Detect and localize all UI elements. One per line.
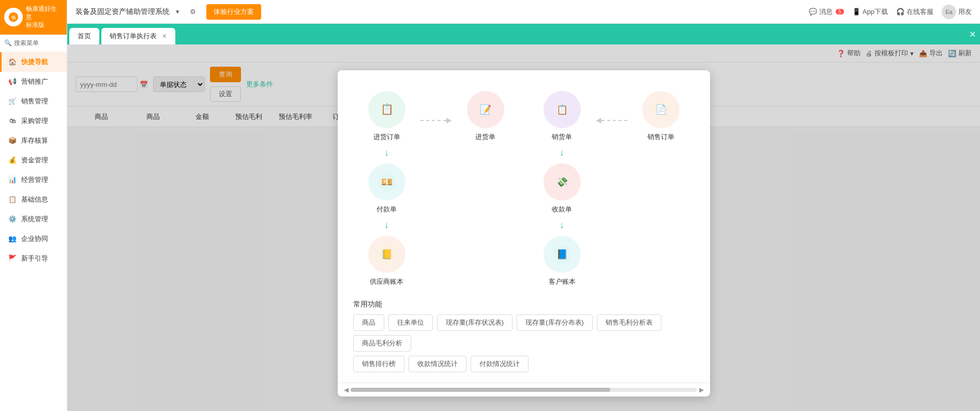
sales-order-icon: 📄 xyxy=(642,91,680,128)
sidebar-nav: 🏠 快捷导航 📢 营销推广 🛒 销售管理 🛍 采购管理 📦 库存核算 💰 xyxy=(0,52,67,411)
online-service-btn[interactable]: 🎧 在线客服 xyxy=(896,7,933,17)
svg-text:📒: 📒 xyxy=(381,249,393,260)
logo-icon: 畅 xyxy=(4,8,23,26)
sidebar-search[interactable]: 🔍 搜索菜单 xyxy=(0,35,67,52)
arrow-down-4: ↓ xyxy=(560,220,564,230)
func-btn-stock-dist[interactable]: 现存量(库存分布表) xyxy=(517,314,593,331)
download-icon: 📱 xyxy=(852,8,861,16)
flag-icon: 🚩 xyxy=(8,254,17,263)
sidebar-item-operation[interactable]: 📊 经营管理 xyxy=(0,170,67,190)
system-dropdown[interactable]: ▾ xyxy=(176,8,179,16)
purchase-bill-icon: 📝 xyxy=(467,91,504,128)
scroll-left-icon[interactable]: ◀ xyxy=(344,386,349,393)
people-icon: 👥 xyxy=(8,234,17,243)
sidebar-item-basic[interactable]: 📋 基础信息 xyxy=(0,190,67,209)
megaphone-icon: 📢 xyxy=(8,77,17,86)
sidebar: 畅 畅康通好生意 标准版 🔍 搜索菜单 🏠 快捷导航 📢 营销推广 🛒 销售管理 xyxy=(0,0,67,411)
supplier-icon: 📒 xyxy=(368,236,405,273)
sidebar-item-cooperation[interactable]: 👥 企业协同 xyxy=(0,229,67,249)
payment-icon: 💴 xyxy=(368,163,405,201)
common-funcs: 常用功能 商品 往来单位 现存量(库存状况表) 现存量(库存分布表) 销售毛利分… xyxy=(353,300,695,372)
tab-close-icon[interactable]: ✕ xyxy=(162,33,167,40)
message-badge: 5 xyxy=(836,9,844,14)
scrollbar-thumb xyxy=(351,388,611,392)
flow-item-payment[interactable]: 💴 付款单 xyxy=(353,163,420,214)
scroll-right-icon[interactable]: ▶ xyxy=(699,386,704,393)
func-btn-goods[interactable]: 商品 xyxy=(353,314,384,331)
arrow-down-1: ↓ xyxy=(384,148,389,157)
svg-text:📋: 📋 xyxy=(380,103,393,115)
chevron-down-icon: ▾ xyxy=(176,8,179,16)
chart-icon: 📊 xyxy=(8,175,17,185)
flow-popup: 📋 进货订单 ↓ 💴 付款单 xyxy=(338,70,710,397)
sales-bill-icon: 📋 xyxy=(544,91,581,128)
flow-item-purchase-order[interactable]: 📋 进货订单 xyxy=(353,91,420,142)
sidebar-item-finance[interactable]: 💰 资金管理 xyxy=(0,150,67,170)
logo-text: 畅康通好生意 标准版 xyxy=(26,5,63,29)
sidebar-item-system[interactable]: ⚙️ 系统管理 xyxy=(0,209,67,229)
flow-item-receipt[interactable]: 💸 收款单 xyxy=(529,163,596,214)
sidebar-item-purchase[interactable]: 🛍 采购管理 xyxy=(0,111,67,131)
search-icon: 🔍 xyxy=(4,39,12,47)
svg-text:💴: 💴 xyxy=(381,176,393,188)
popup-content: 📋 进货订单 ↓ 💴 付款单 xyxy=(338,70,710,383)
receipt-icon: 💸 xyxy=(544,163,581,201)
settings-icon[interactable]: ⚙ xyxy=(186,5,200,19)
main-area: 装备及固定资产辅助管理系统 ▾ ⚙ 体验行业方案 💬 消息 5 📱 App下载 … xyxy=(67,0,980,411)
purchase-order-icon: 📋 xyxy=(368,91,405,128)
flow-item-supplier[interactable]: 📒 供应商账本 xyxy=(353,236,420,286)
avatar: Ea xyxy=(942,5,956,19)
sidebar-logo: 畅 畅康通好生意 标准版 xyxy=(0,0,67,35)
flow-item-sales-order[interactable]: 📄 销售订单 xyxy=(627,91,695,142)
list-icon: 📋 xyxy=(8,195,17,204)
experience-btn[interactable]: 体验行业方案 xyxy=(206,4,261,20)
sidebar-item-sales[interactable]: 🛒 销售管理 xyxy=(0,92,67,111)
topbar-right: 💬 消息 5 📱 App下载 🎧 在线客服 Ea 用友 xyxy=(809,5,972,19)
cart-icon: 🛒 xyxy=(8,97,17,106)
flow-item-customer[interactable]: 📘 客户账本 xyxy=(529,236,596,286)
app-download-btn[interactable]: 📱 App下载 xyxy=(852,7,888,17)
svg-text:💸: 💸 xyxy=(556,176,568,188)
func-buttons: 商品 往来单位 现存量(库存状况表) 现存量(库存分布表) 销售毛利分析表 商品… xyxy=(353,314,695,352)
func-btn-contacts[interactable]: 往来单位 xyxy=(388,314,433,331)
arrow-down-3: ↓ xyxy=(560,148,564,157)
message-btn[interactable]: 💬 消息 5 xyxy=(809,7,844,17)
service-icon: 🎧 xyxy=(896,8,904,16)
sidebar-item-inventory[interactable]: 📦 库存核算 xyxy=(0,131,67,150)
scrollbar-track[interactable] xyxy=(351,388,697,392)
sidebar-item-quick[interactable]: 🏠 快捷导航 xyxy=(0,52,67,72)
func-buttons-row2: 销售排行榜 收款情况统计 付款情况统计 xyxy=(353,356,695,372)
bag-icon: 🛍 xyxy=(8,116,17,126)
arrow-down-2: ↓ xyxy=(384,220,389,230)
svg-text:畅: 畅 xyxy=(11,15,16,20)
popup-scrollbar: ◀ ▶ xyxy=(338,383,710,397)
tab-bar: 首页 销售订单执行表 ✕ ✕ xyxy=(67,24,980,44)
flow-item-sales-bill[interactable]: 📋 销货单 xyxy=(529,91,596,142)
common-funcs-title: 常用功能 xyxy=(353,300,695,309)
sidebar-item-marketing[interactable]: 📢 营销推广 xyxy=(0,72,67,92)
func-btn-sales-gross[interactable]: 销售毛利分析表 xyxy=(597,314,661,331)
tab-sales-order-exec[interactable]: 销售订单执行表 ✕ xyxy=(101,28,175,44)
func-btn-stock-status[interactable]: 现存量(库存状况表) xyxy=(437,314,513,331)
flow-item-purchase-bill[interactable]: 📝 进货单 xyxy=(452,91,519,142)
svg-text:📘: 📘 xyxy=(556,249,568,260)
message-icon: 💬 xyxy=(809,8,817,16)
box-icon: 📦 xyxy=(8,136,17,145)
arrow-right-1: ▶ xyxy=(420,86,452,124)
svg-text:📄: 📄 xyxy=(655,104,667,115)
svg-text:📋: 📋 xyxy=(556,104,568,115)
content-area: ❓ 帮助 🖨 按模板打印 ▾ 📤 导出 🔄 刷新 xyxy=(67,44,980,411)
func-btn-receipt-stats[interactable]: 收款情况统计 xyxy=(409,356,466,372)
arrow-left-1: ◀ xyxy=(596,86,627,124)
sidebar-item-guide[interactable]: 🚩 新手引导 xyxy=(0,249,67,268)
svg-text:📝: 📝 xyxy=(480,104,492,115)
tab-bar-close-icon[interactable]: ✕ xyxy=(969,29,976,39)
func-btn-goods-gross[interactable]: 商品毛利分析 xyxy=(353,335,411,352)
topbar: 装备及固定资产辅助管理系统 ▾ ⚙ 体验行业方案 💬 消息 5 📱 App下载 … xyxy=(67,0,980,24)
user-menu[interactable]: Ea 用友 xyxy=(942,5,972,19)
func-btn-payment-stats[interactable]: 付款情况统计 xyxy=(471,356,529,372)
tab-home[interactable]: 首页 xyxy=(69,28,99,44)
money-icon: 💰 xyxy=(8,156,17,165)
func-btn-sales-rank[interactable]: 销售排行榜 xyxy=(353,356,404,372)
gear-icon: ⚙️ xyxy=(8,215,17,224)
